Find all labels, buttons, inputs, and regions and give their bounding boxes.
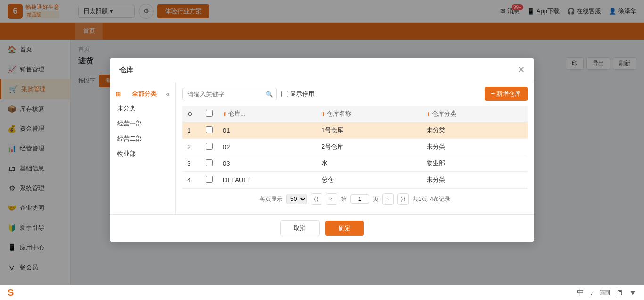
col-checkbox [201, 106, 218, 122]
table-header-row: ⚙ ⬆ 仓库... [182, 106, 528, 122]
search-input[interactable] [182, 88, 277, 100]
bottom-bar: S 中 ♪ ⌨ 🖥 ▼ [0, 285, 644, 300]
row-checkbox-cell [201, 155, 218, 172]
col-name: ⬆ 仓库名称 [317, 106, 422, 122]
category-item-property[interactable]: 物业部 [110, 146, 175, 161]
collapse-button[interactable]: « [166, 90, 170, 98]
table-row[interactable]: 4 DEFAULT 总仓 未分类 [182, 172, 528, 188]
show-disabled-label: 显示停用 [290, 90, 314, 98]
bottom-icons: 中 ♪ ⌨ 🖥 ▼ [577, 288, 636, 298]
per-page-label: 每页显示 [260, 195, 282, 203]
col-category: ⬆ 仓库分类 [422, 106, 528, 122]
row-checkbox-cell [201, 172, 218, 188]
col-settings: ⚙ [182, 106, 201, 122]
bottom-logo: S [8, 287, 14, 298]
row-code: 03 [218, 155, 317, 172]
page-label-before: 第 [341, 195, 347, 203]
grid-icon: ⊞ [116, 91, 121, 98]
table-row[interactable]: 3 03 水 物业部 [182, 155, 528, 172]
page-size-select[interactable]: 50 [286, 194, 307, 204]
keyboard-icon[interactable]: ⌨ [599, 288, 610, 297]
row-name: 2号仓库 [317, 139, 422, 155]
dialog-body: ⊞ 全部分类 « 未分类 经营一部 经营二部 物业部 🔍 [110, 82, 534, 214]
expand-icon[interactable]: ▼ [629, 289, 636, 297]
sort-icon-cat: ⬆ [427, 111, 430, 117]
row-checkbox[interactable] [206, 126, 213, 133]
search-wrap: 🔍 [182, 88, 277, 100]
page-label: 页 [373, 195, 379, 203]
modal-overlay: 仓库 ✕ ⊞ 全部分类 « 未分类 经营一部 经营二部 物业部 [0, 0, 644, 300]
chinese-input-icon[interactable]: 中 [577, 288, 584, 298]
cancel-button[interactable]: 取消 [280, 220, 320, 236]
table-body: 1 01 1号仓库 未分类 2 02 2号仓库 [182, 122, 528, 188]
row-checkbox[interactable] [206, 176, 213, 183]
col-code: ⬆ 仓库... [218, 106, 317, 122]
warehouse-table: ⚙ ⬆ 仓库... [182, 106, 528, 188]
table-row[interactable]: 1 01 1号仓库 未分类 [182, 122, 528, 139]
table-container: ⚙ ⬆ 仓库... [182, 106, 528, 188]
next-page-button[interactable]: › [382, 193, 394, 205]
table-toolbar: 🔍 显示停用 + 新增仓库 [182, 87, 528, 101]
warehouse-dialog: 仓库 ✕ ⊞ 全部分类 « 未分类 经营一部 经营二部 物业部 [110, 58, 534, 242]
row-settings: 4 [182, 172, 201, 188]
row-name: 1号仓库 [317, 122, 422, 139]
row-settings: 1 [182, 122, 201, 139]
row-category: 未分类 [422, 139, 528, 155]
settings-col-icon: ⚙ [187, 110, 193, 117]
table-area: 🔍 显示停用 + 新增仓库 ⚙ [176, 82, 534, 214]
prev-page-button[interactable]: ‹ [326, 193, 337, 205]
row-category: 物业部 [422, 155, 528, 172]
row-settings: 2 [182, 139, 201, 155]
dialog-header: 仓库 ✕ [110, 58, 534, 82]
table-header: ⚙ ⬆ 仓库... [182, 106, 528, 122]
dialog-footer: 取消 确定 [110, 214, 534, 242]
row-name: 总仓 [317, 172, 422, 188]
row-checkbox[interactable] [206, 159, 213, 166]
pagination: 每页显示 50 ⟨⟨ ‹ 第 页 › ⟩⟩ 共1页, 4条记录 [182, 188, 528, 209]
add-warehouse-button[interactable]: + 新增仓库 [485, 87, 528, 101]
category-item-unclassified[interactable]: 未分类 [110, 101, 175, 116]
monitor-icon[interactable]: 🖥 [616, 289, 623, 297]
dialog-title: 仓库 [119, 66, 133, 75]
page-number-input[interactable] [350, 194, 369, 204]
sound-icon[interactable]: ♪ [590, 289, 594, 297]
row-name: 水 [317, 155, 422, 172]
row-category: 未分类 [422, 172, 528, 188]
row-category: 未分类 [422, 122, 528, 139]
row-code: 02 [218, 139, 317, 155]
select-all-checkbox[interactable] [206, 110, 213, 117]
category-item-ops1[interactable]: 经营一部 [110, 116, 175, 131]
first-page-button[interactable]: ⟨⟨ [311, 193, 322, 205]
row-code: DEFAULT [218, 172, 317, 188]
sort-icon-name: ⬆ [322, 111, 325, 117]
confirm-button[interactable]: 确定 [325, 221, 364, 236]
dialog-close-button[interactable]: ✕ [518, 65, 525, 75]
sort-icon: ⬆ [223, 111, 227, 117]
category-sidebar: ⊞ 全部分类 « 未分类 经营一部 经营二部 物业部 [110, 82, 176, 214]
show-disabled-checkbox[interactable] [281, 91, 288, 97]
row-checkbox-cell [201, 139, 218, 155]
row-checkbox-cell [201, 122, 218, 139]
search-icon[interactable]: 🔍 [265, 91, 273, 98]
row-checkbox[interactable] [206, 143, 213, 150]
total-info: 共1页, 4条记录 [413, 195, 450, 203]
category-item-ops2[interactable]: 经营二部 [110, 131, 175, 146]
row-settings: 3 [182, 155, 201, 172]
last-page-button[interactable]: ⟩⟩ [397, 193, 409, 205]
show-disabled-toggle[interactable]: 显示停用 [281, 90, 314, 98]
all-categories-header[interactable]: ⊞ 全部分类 « [110, 87, 175, 101]
table-row[interactable]: 2 02 2号仓库 未分类 [182, 139, 528, 155]
row-code: 01 [218, 122, 317, 139]
